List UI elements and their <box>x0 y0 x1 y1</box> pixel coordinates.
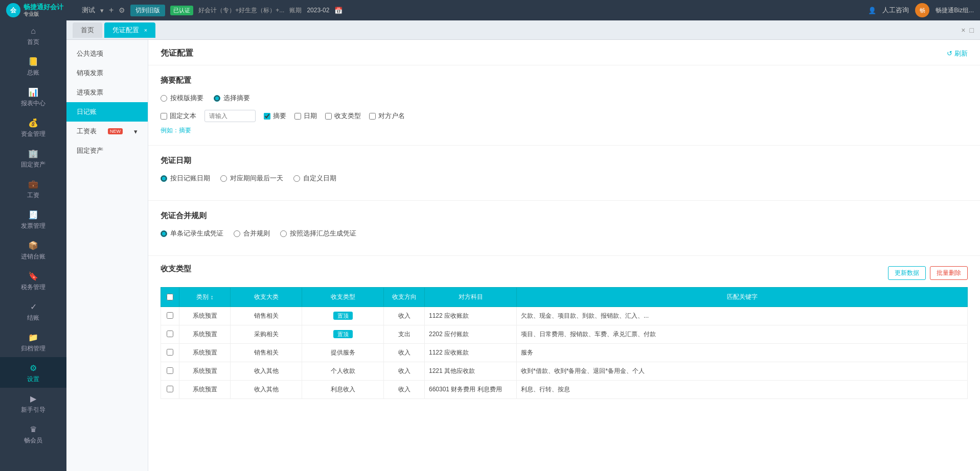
left-nav-payroll-label: 工资表 <box>77 127 97 136</box>
radio-last-day[interactable]: 对应期间最后一天 <box>220 174 283 183</box>
sidebar-item-report[interactable]: 📊 报表中心 <box>0 81 66 112</box>
sidebar-item-invoice[interactable]: 🧾 发票管理 <box>0 204 66 234</box>
sidebar-item-settle[interactable]: ✓ 结账 <box>0 296 66 326</box>
sidebar-item-asset[interactable]: 🏢 固定资产 <box>0 143 66 173</box>
cb-counterparty-input[interactable] <box>369 113 376 120</box>
sidebar-item-home[interactable]: ⌂ 首页 <box>0 20 66 51</box>
sidebar-label-invoice: 发票管理 <box>21 222 45 230</box>
gear-btn[interactable]: ⚙ <box>119 6 125 14</box>
member-icon: ♛ <box>30 425 37 434</box>
type-tag-1[interactable]: 置顶 <box>333 330 353 338</box>
sidebar-item-settings[interactable]: ⚙ 设置 <box>0 357 66 388</box>
summary-section: 摘要配置 按模版摘要 选择摘要 <box>148 65 980 146</box>
window-close-btn[interactable]: × <box>961 26 965 34</box>
radio-last-day-input[interactable] <box>220 175 227 182</box>
cb-date-input[interactable] <box>294 113 301 120</box>
cb-summary[interactable]: 摘要 <box>264 111 286 121</box>
sidebar-item-tax[interactable]: 🔖 税务管理 <box>0 265 66 296</box>
sidebar-item-fund[interactable]: 💰 资金管理 <box>0 112 66 143</box>
radio-single-input[interactable] <box>161 230 167 237</box>
left-nav-journal-label: 日记账 <box>77 107 97 116</box>
tab-close-icon[interactable]: × <box>144 27 147 33</box>
period-value: 2023-02 <box>307 7 329 14</box>
radio-journal-date[interactable]: 按日记账日期 <box>161 174 210 183</box>
support-icon: 👤 <box>868 7 876 14</box>
row-direction-3: 收入 <box>384 362 425 381</box>
left-nav-public[interactable]: 公共选项 <box>66 44 148 63</box>
update-data-btn[interactable]: 更新数据 <box>888 266 926 280</box>
radio-select-input[interactable] <box>214 95 220 102</box>
window-max-btn[interactable]: □ <box>970 26 974 34</box>
row-category-2: 系统预置 <box>179 344 231 362</box>
table-row: 系统预置 采购相关 置顶 支出 2202 应付账款 项目、日常费用、报销款、车费… <box>161 325 968 344</box>
radio-total-input[interactable] <box>280 230 287 237</box>
radio-custom-date[interactable]: 自定义日期 <box>293 174 336 183</box>
radio-single-record[interactable]: 单条记录生成凭证 <box>161 229 223 238</box>
cb-fixed-text-input[interactable] <box>161 113 167 120</box>
calendar-icon[interactable]: 📅 <box>334 7 343 14</box>
batch-delete-btn[interactable]: 批量删除 <box>930 266 968 280</box>
row-check-2[interactable] <box>161 344 179 362</box>
test-label: 测试 <box>82 6 95 15</box>
sidebar-item-salary[interactable]: 💼 工资 <box>0 173 66 204</box>
tab-home[interactable]: 首页 <box>73 22 102 38</box>
radio-journal-date-input[interactable] <box>161 175 167 182</box>
radio-merge-rule[interactable]: 合并规则 <box>234 229 270 238</box>
plus-btn[interactable]: + <box>109 6 113 15</box>
row-check-3[interactable] <box>161 362 179 381</box>
arrow-icon: ▾ <box>134 128 138 135</box>
row-check-4[interactable] <box>161 381 179 399</box>
radio-merge-input[interactable] <box>234 230 240 237</box>
row-type-0: 置顶 <box>302 307 384 325</box>
cb-summary-input[interactable] <box>264 113 270 120</box>
newbie-icon: ▶ <box>30 394 36 404</box>
radio-template-input[interactable] <box>161 95 167 102</box>
type-tag-0[interactable]: 置顶 <box>333 312 353 320</box>
left-nav-fixed-assets[interactable]: 固定资产 <box>66 141 148 160</box>
row-check-0[interactable] <box>161 307 179 325</box>
row-checkbox-0[interactable] <box>167 312 173 319</box>
sidebar-item-ledger[interactable]: 📒 总账 <box>0 51 66 81</box>
th-check[interactable] <box>161 288 179 307</box>
radio-template[interactable]: 按模版摘要 <box>161 93 203 103</box>
cb-payment-type-input[interactable] <box>325 113 332 120</box>
row-category-3: 系统预置 <box>179 362 231 381</box>
fixed-text-input[interactable] <box>204 110 256 122</box>
sidebar-label-home: 首页 <box>27 38 39 46</box>
left-nav-payroll[interactable]: 工资表 NEW ▾ <box>66 122 148 141</box>
cb-counterparty[interactable]: 对方户名 <box>369 111 405 121</box>
cb-date[interactable]: 日期 <box>294 111 317 121</box>
radio-select-total[interactable]: 按照选择汇总生成凭证 <box>280 229 356 238</box>
cb-payment-type[interactable]: 收支类型 <box>325 111 361 121</box>
refresh-btn[interactable]: ↺ 刷新 <box>947 49 968 58</box>
radio-select[interactable]: 选择摘要 <box>214 93 250 103</box>
left-nav-sales-invoice[interactable]: 销项发票 <box>66 63 148 83</box>
sidebar-label-purchases: 进销台账 <box>21 252 45 261</box>
merge-rule-radio-group: 单条记录生成凭证 合并规则 按照选择汇总生成凭证 <box>161 229 968 238</box>
summary-radio-group: 按模版摘要 选择摘要 <box>161 93 968 103</box>
table-buttons: 更新数据 批量删除 <box>888 266 968 280</box>
sort-icon[interactable]: ↕ <box>211 294 214 301</box>
row-check-1[interactable] <box>161 325 179 344</box>
sidebar-item-newbie[interactable]: ▶ 新手引导 <box>0 388 66 418</box>
tab-voucher[interactable]: 凭证配置 × <box>104 22 155 38</box>
switch-old-btn[interactable]: 切到旧版 <box>130 5 165 16</box>
left-nav-purchase-invoice[interactable]: 进项发票 <box>66 83 148 102</box>
row-checkbox-2[interactable] <box>167 349 173 356</box>
select-all-checkbox[interactable] <box>167 294 173 300</box>
radio-custom-date-input[interactable] <box>293 175 300 182</box>
row-main-2: 销售相关 <box>231 344 302 362</box>
sidebar-item-member[interactable]: ♛ 畅会员 <box>0 418 66 449</box>
support-label[interactable]: 人工咨询 <box>882 6 909 15</box>
sidebar-label-newbie: 新手引导 <box>21 406 45 414</box>
sidebar-item-archive[interactable]: 📁 归档管理 <box>0 326 66 357</box>
payment-type-table: 类别 ↕ 收支大类 收支类型 收支方向 对方科目 匹配关键字 <box>161 287 968 399</box>
sidebar-item-purchases[interactable]: 📦 进销台账 <box>0 234 66 265</box>
row-keyword-0: 欠款、现金、项目款、到款、报销款、汇入、... <box>517 307 968 325</box>
dropdown-icon[interactable]: ▾ <box>100 7 104 14</box>
left-nav-journal[interactable]: 日记账 <box>66 102 148 122</box>
row-checkbox-4[interactable] <box>167 386 173 392</box>
cb-fixed-text[interactable]: 固定文本 <box>161 111 196 121</box>
row-checkbox-3[interactable] <box>167 367 173 374</box>
row-checkbox-1[interactable] <box>167 331 173 337</box>
